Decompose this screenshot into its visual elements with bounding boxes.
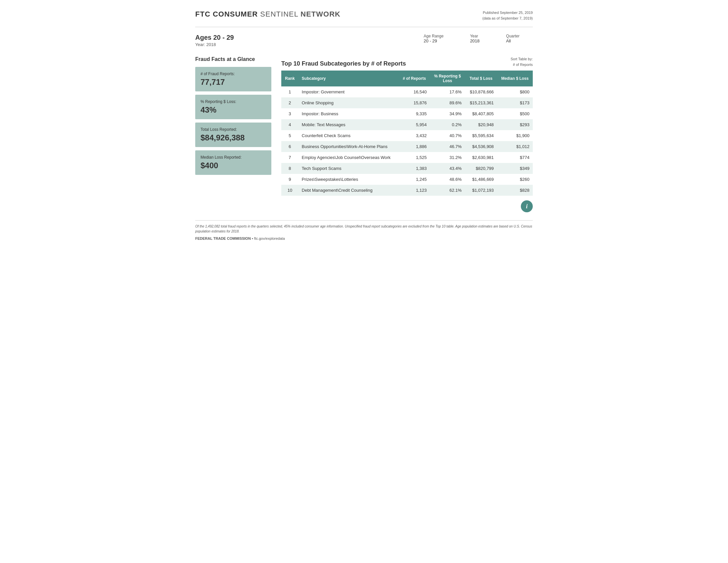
logo-ftc: FTC [195, 10, 210, 18]
cell-pct-6: 31.2% [430, 152, 465, 163]
age-section: Ages 20 - 29 Year: 2018 Age Range 20 - 2… [195, 34, 533, 47]
cell-median-loss-6: $774 [497, 152, 533, 163]
cell-subcategory-9: Debt Management\Credit Counseling [298, 185, 399, 196]
table-row: 8 Tech Support Scams 1,383 43.4% $820,79… [281, 163, 533, 174]
col-reports: # of Reports [399, 70, 430, 86]
cell-rank-9: 10 [281, 185, 298, 196]
fact-card-0: # of Fraud Reports: 77,717 [195, 67, 271, 91]
cell-pct-5: 46.7% [430, 141, 465, 152]
fact-value-3: $400 [201, 161, 266, 170]
table-row: 1 Impostor: Government 16,540 17.6% $10,… [281, 86, 533, 97]
cell-subcategory-0: Impostor: Government [298, 86, 399, 97]
year-label: Year [470, 34, 479, 38]
age-range-item: Age Range 20 - 29 [424, 34, 443, 43]
fact-label-3: Median Loss Reported: [201, 155, 266, 160]
cell-median-loss-5: $1,012 [497, 141, 533, 152]
fraud-facts-title: Fraud Facts at a Glance [195, 56, 271, 62]
fact-value-1: 43% [201, 105, 266, 115]
cell-median-loss-7: $349 [497, 163, 533, 174]
sort-label: Sort Table by: [511, 57, 533, 61]
cell-subcategory-6: Employ Agencies\Job Counsel\Overseas Wor… [298, 152, 399, 163]
cell-reports-0: 16,540 [399, 86, 430, 97]
cell-median-loss-8: $260 [497, 174, 533, 185]
table-header-row-el: Rank Subcategory # of Reports % Reportin… [281, 70, 533, 86]
cell-rank-5: 6 [281, 141, 298, 152]
age-range-value: 20 - 29 [424, 38, 443, 43]
cell-pct-3: 0.2% [430, 119, 465, 130]
page-header: FTC CONSUMER SENTINEL NETWORK Published … [195, 10, 533, 21]
cell-subcategory-5: Business Opportunities\Work-At-Home Plan… [298, 141, 399, 152]
cell-pct-4: 40.7% [430, 130, 465, 141]
cell-total-loss-8: $1,486,669 [465, 174, 497, 185]
fact-card-3: Median Loss Reported: $400 [195, 150, 271, 175]
year-item: Year 2018 [470, 34, 479, 43]
header-divider [195, 27, 533, 27]
cell-pct-8: 48.6% [430, 174, 465, 185]
fact-card-2: Total Loss Reported: $84,926,388 [195, 122, 271, 147]
table-row: 7 Employ Agencies\Job Counsel\Overseas W… [281, 152, 533, 163]
cell-subcategory-2: Impostor: Business [298, 108, 399, 119]
main-content: Fraud Facts at a Glance # of Fraud Repor… [195, 56, 533, 212]
table-section: Top 10 Fraud Subcategories by # of Repor… [281, 56, 533, 212]
cell-pct-9: 62.1% [430, 185, 465, 196]
fact-card-1: % Reporting $ Loss: 43% [195, 95, 271, 119]
footer-agency-name: FEDERAL TRADE COMMISSION [195, 236, 251, 240]
age-subtitle: Year: 2018 [195, 42, 248, 47]
cell-reports-3: 5,954 [399, 119, 430, 130]
cell-reports-2: 9,335 [399, 108, 430, 119]
table-row: 10 Debt Management\Credit Counseling 1,1… [281, 185, 533, 196]
table-body: 1 Impostor: Government 16,540 17.6% $10,… [281, 86, 533, 196]
quarter-item: Quarter All [506, 34, 520, 43]
table-row: 2 Online Shopping 15,876 89.6% $15,213,3… [281, 97, 533, 108]
fact-label-1: % Reporting $ Loss: [201, 99, 266, 104]
cell-total-loss-7: $820,799 [465, 163, 497, 174]
fact-cards: # of Fraud Reports: 77,717% Reporting $ … [195, 67, 271, 175]
footer-agency: FEDERAL TRADE COMMISSION • ftc.gov/explo… [195, 236, 533, 240]
logo-sentinel: SENTINEL [260, 10, 298, 18]
cell-reports-8: 1,245 [399, 174, 430, 185]
cell-rank-6: 7 [281, 152, 298, 163]
year-value: 2018 [470, 38, 479, 43]
footer-note: Of the 1,492,082 total fraud reports in … [195, 220, 533, 234]
cell-subcategory-8: Prizes\Sweepstakes\Lotteries [298, 174, 399, 185]
table-row: 5 Counterfeit Check Scams 3,432 40.7% $5… [281, 130, 533, 141]
table-row: 4 Mobile: Text Messages 5,954 0.2% $20,9… [281, 119, 533, 130]
quarter-label: Quarter [506, 34, 520, 38]
pub-line1: Published September 25, 2019 [483, 11, 533, 15]
info-icon[interactable]: i [521, 200, 533, 212]
cell-reports-7: 1,383 [399, 163, 430, 174]
col-rank: Rank [281, 70, 298, 86]
cell-median-loss-4: $1,900 [497, 130, 533, 141]
age-range-label: Age Range [424, 34, 443, 38]
cell-median-loss-1: $173 [497, 97, 533, 108]
cell-total-loss-5: $4,536,908 [465, 141, 497, 152]
cell-rank-7: 8 [281, 163, 298, 174]
col-subcategory: Subcategory [298, 70, 399, 86]
fact-label-0: # of Fraud Reports: [201, 71, 266, 76]
table-row: 9 Prizes\Sweepstakes\Lotteries 1,245 48.… [281, 174, 533, 185]
cell-rank-2: 3 [281, 108, 298, 119]
sort-value: # of Reports [513, 63, 533, 67]
fraud-table: Rank Subcategory # of Reports % Reportin… [281, 70, 533, 196]
cell-pct-0: 17.6% [430, 86, 465, 97]
cell-total-loss-4: $5,595,634 [465, 130, 497, 141]
cell-total-loss-0: $10,878,666 [465, 86, 497, 97]
table-title: Top 10 Fraud Subcategories by # of Repor… [281, 60, 406, 67]
cell-subcategory-7: Tech Support Scams [298, 163, 399, 174]
footer-note-text: Of the 1,492,082 total fraud reports in … [195, 224, 532, 233]
cell-median-loss-2: $500 [497, 108, 533, 119]
cell-subcategory-3: Mobile: Text Messages [298, 119, 399, 130]
cell-rank-0: 1 [281, 86, 298, 97]
cell-rank-3: 4 [281, 119, 298, 130]
table-header-row: Top 10 Fraud Subcategories by # of Repor… [281, 56, 533, 67]
cell-reports-6: 1,525 [399, 152, 430, 163]
cell-rank-1: 2 [281, 97, 298, 108]
logo-consumer: CONSUMER [213, 10, 258, 18]
col-median-loss: Median $ Loss [497, 70, 533, 86]
cell-rank-8: 9 [281, 174, 298, 185]
cell-total-loss-9: $1,072,193 [465, 185, 497, 196]
table-row: 3 Impostor: Business 9,335 34.9% $8,407,… [281, 108, 533, 119]
col-total-loss: Total $ Loss [465, 70, 497, 86]
col-pct: % Reporting $Loss [430, 70, 465, 86]
cell-reports-4: 3,432 [399, 130, 430, 141]
